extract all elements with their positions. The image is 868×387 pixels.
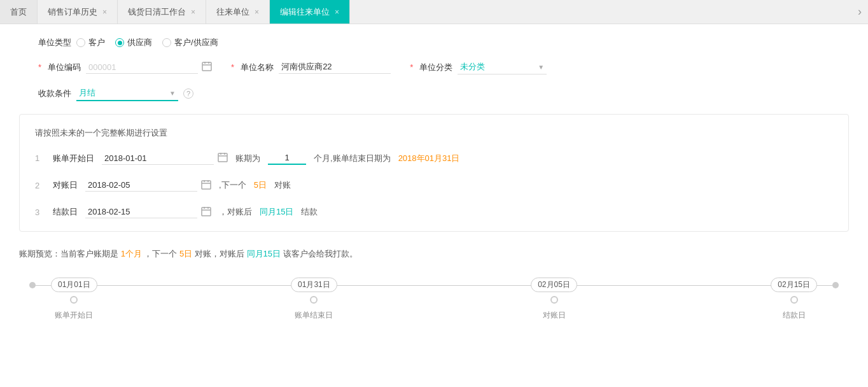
tab-close-partner-units[interactable]: × (255, 8, 259, 17)
radio-supplier[interactable]: 供应商 (115, 37, 152, 48)
period-date-3-wrapper (85, 206, 211, 218)
timeline-badge-4: 02月15日 (771, 278, 817, 292)
svg-rect-0 (202, 62, 211, 71)
period-date-3-calendar-icon[interactable] (201, 206, 211, 218)
timeline-dot-1 (70, 296, 78, 304)
period-date-1-calendar-icon[interactable] (218, 152, 228, 164)
period-desc-prefix-2: ,下一个 (219, 179, 246, 191)
payment-terms-value: 月结 (79, 87, 95, 99)
unit-code-required: * (38, 62, 41, 72)
timeline-badge-3: 02月05日 (531, 278, 577, 292)
timeline-label-2: 账单结束日 (295, 310, 333, 321)
unit-category-required: * (410, 62, 413, 72)
period-date-1-input[interactable] (102, 152, 214, 165)
timeline-dot-2 (310, 296, 318, 304)
payment-terms-dropdown[interactable]: 月结 ▼ (76, 86, 178, 101)
unit-type-radio-group: 客户 供应商 客户/供应商 (76, 37, 218, 48)
period-desc-suffix-2: 对账 (274, 179, 291, 191)
unit-category-label: 单位分类 (419, 62, 452, 73)
timeline-point-1: 01月01日 账单开始日 (51, 279, 97, 321)
tabs-bar: 首页 销售订单历史 × 钱货日清工作台 × 往来单位 × 编辑往来单位 × › (0, 0, 868, 24)
preview-text: 账期预览：当前客户账期是 1个月 ，下一个 5日 对账，对账后 同月15日 该客… (19, 242, 849, 272)
unit-code-input-wrapper (86, 61, 212, 74)
tab-partner-units[interactable]: 往来单位 × (206, 0, 270, 24)
period-highlight-day-2: 5日 (254, 179, 267, 191)
radio-customer[interactable]: 客户 (76, 37, 105, 48)
unit-name-group: * 单位名称 (231, 61, 391, 74)
period-num-3: 3 (35, 208, 45, 217)
period-date-1-wrapper (102, 152, 228, 165)
period-highlight-day-3: 同月15日 (260, 206, 293, 218)
timeline-point-3: 02月05日 对账日 (531, 279, 577, 321)
period-box-title: 请按照未来的一个完整帐期进行设置 (35, 127, 833, 139)
tab-cash-goods-workbench[interactable]: 钱货日清工作台 × (118, 0, 206, 24)
unit-type-group: 单位类型 客户 供应商 客户/供应商 (38, 37, 218, 48)
tab-home[interactable]: 首页 (0, 0, 38, 24)
payment-terms-help-icon[interactable]: ? (183, 88, 193, 99)
preview-highlight-2: 5日 (179, 249, 192, 258)
unit-type-label: 单位类型 (38, 37, 71, 48)
radio-customer-supplier-circle (162, 38, 171, 47)
page-content: 单位类型 客户 供应商 客户/供应商 * 单位编码 (0, 24, 868, 387)
period-date-2-calendar-icon[interactable] (201, 179, 211, 192)
payment-terms-arrow-icon: ▼ (169, 90, 176, 97)
timeline-right-dot (832, 282, 839, 288)
period-desc-suffix-3: 结款 (301, 206, 318, 218)
payment-terms-row: 收款条件 月结 ▼ ? (19, 86, 849, 101)
timeline-badge-1: 01月01日 (51, 278, 97, 292)
unit-category-value: 未分类 (460, 61, 485, 73)
unit-code-label: 单位编码 (48, 62, 81, 73)
period-date-3-input[interactable] (85, 206, 197, 218)
tab-overflow-chevron[interactable]: › (851, 0, 868, 24)
period-row-3: 3 结款日 ，对账后同月15日结款 (35, 206, 833, 218)
unit-category-arrow-icon: ▼ (538, 64, 544, 71)
timeline-left-dot (29, 282, 36, 288)
period-desc-prefix-3: ，对账后 (219, 206, 252, 218)
unit-code-group: * 单位编码 (38, 61, 212, 74)
unit-category-group: * 单位分类 未分类 ▼ (410, 60, 547, 74)
timeline-point-4: 02月15日 结款日 (771, 279, 817, 321)
radio-customer-supplier[interactable]: 客户/供应商 (162, 37, 218, 48)
unit-info-row: * 单位编码 * 单位名称 * 单位 (19, 60, 849, 74)
period-highlight-date-1: 2018年01月31日 (398, 153, 460, 164)
period-month-input[interactable] (268, 151, 306, 165)
preview-highlight-1: 1个月 (121, 249, 142, 258)
tab-edit-partner-units[interactable]: 编辑往来单位 × (270, 0, 350, 24)
unit-category-dropdown[interactable]: 未分类 ▼ (458, 60, 547, 74)
period-label-3: 结款日 (53, 206, 78, 218)
timeline-dot-3 (550, 296, 558, 304)
radio-supplier-circle (115, 38, 124, 47)
period-num-1: 1 (35, 153, 45, 163)
timeline-point-2: 01月31日 账单结束日 (291, 279, 337, 321)
period-date-2-input[interactable] (85, 179, 197, 192)
unit-code-icon[interactable] (202, 61, 212, 73)
timeline-label-1: 账单开始日 (55, 310, 93, 321)
period-row-1: 1 账单开始日 账期为 个月,账单结束日期为 2018年01月31日 (35, 151, 833, 165)
timeline-label-3: 对账日 (543, 310, 566, 321)
timeline-dot-4 (790, 296, 798, 304)
unit-code-input[interactable] (86, 61, 198, 74)
timeline-points: 01月01日 账单开始日 01月31日 账单结束日 02月05日 对账日 02月… (32, 279, 836, 321)
period-row-2: 2 对账日 ,下一个5日对账 (35, 179, 833, 192)
payment-terms-label: 收款条件 (38, 88, 71, 99)
period-date-2-wrapper (85, 179, 211, 192)
unit-name-input[interactable] (279, 61, 391, 74)
tab-close-edit-partner-units[interactable]: × (335, 8, 339, 17)
tab-sales-order-history[interactable]: 销售订单历史 × (38, 0, 118, 24)
tab-close-cash-goods-workbench[interactable]: × (191, 8, 195, 17)
unit-name-required: * (231, 62, 234, 72)
timeline-badge-2: 01月31日 (291, 278, 337, 292)
svg-rect-4 (218, 153, 227, 162)
period-num-2: 2 (35, 181, 45, 190)
svg-rect-8 (202, 181, 211, 189)
timeline-container: 01月01日 账单开始日 01月31日 账单结束日 02月05日 对账日 02月… (19, 279, 849, 321)
payment-terms-group: 收款条件 月结 ▼ ? (38, 86, 193, 101)
radio-customer-circle (76, 38, 85, 47)
unit-type-row: 单位类型 客户 供应商 客户/供应商 (19, 37, 849, 48)
period-end-text-1: 个月,账单结束日期为 (314, 153, 391, 164)
period-label-1: 账单开始日 (53, 153, 94, 164)
unit-name-label: 单位名称 (241, 62, 274, 73)
tab-close-sales-order-history[interactable]: × (102, 8, 107, 17)
timeline-label-4: 结款日 (783, 310, 806, 321)
period-settings-box: 请按照未来的一个完整帐期进行设置 1 账单开始日 账期为 个月,账单结束日期为 (19, 114, 849, 232)
